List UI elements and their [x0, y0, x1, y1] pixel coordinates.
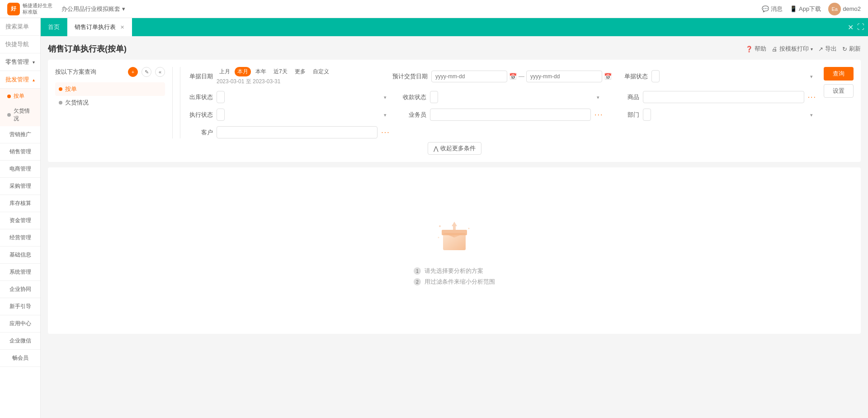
date-tab-this-year[interactable]: 本年 — [253, 67, 269, 76]
customer-label: 客户 — [188, 128, 213, 137]
goods-more-icon[interactable]: ··· — [808, 93, 816, 101]
chevron-down-icon: ▾ — [811, 47, 813, 52]
setting-button[interactable]: 设置 — [824, 84, 854, 98]
date-tab-custom[interactable]: 自定义 — [310, 67, 332, 76]
refresh-button[interactable]: ↻ 刷新 — [842, 45, 861, 53]
sidebar-item-wechat[interactable]: 企业微信 — [0, 332, 40, 350]
goods-input[interactable] — [643, 91, 804, 103]
out-stock-label: 出库状态 — [188, 93, 213, 101]
help-button[interactable]: ❓ 帮助 — [745, 45, 766, 53]
delivery-date-end[interactable] — [526, 71, 602, 82]
doc-date-controls: 上月 本月 本年 近7天 更多 自定义 2023-03-01 — [217, 67, 382, 86]
sidebar-sub-item-order[interactable]: 按单 — [0, 89, 40, 104]
doc-status-select[interactable] — [651, 70, 660, 82]
app-download-button[interactable]: 📱 App下载 — [790, 5, 821, 13]
collapse-panel-button[interactable]: « — [155, 67, 165, 77]
sidebar-item-inventory[interactable]: 库存核算 — [0, 195, 40, 212]
date-tab-this-month[interactable]: 本月 — [235, 67, 251, 76]
sidebar-item-purchase[interactable]: 采购管理 — [0, 178, 40, 195]
help-icon: ❓ — [745, 46, 753, 52]
collapse-button[interactable]: ⋀ 收起更多条件 — [428, 142, 481, 155]
svg-rect-1 — [442, 230, 467, 235]
salesperson-input[interactable] — [430, 109, 591, 121]
chevron-down-icon: ▾ — [122, 5, 125, 12]
sidebar-item-retail[interactable]: 零售管理 ▾ — [0, 53, 40, 71]
exec-status-select-wrapper — [217, 109, 390, 121]
sidebar-item-ecommerce[interactable]: 电商管理 — [0, 161, 40, 178]
empty-state-panel: 1 请先选择要分析的方案 2 用过滤条件来缩小分析范围 — [48, 167, 861, 334]
customer-more-icon[interactable]: ··· — [381, 128, 390, 137]
empty-illustration — [432, 213, 477, 258]
salesperson-more-icon[interactable]: ··· — [594, 111, 603, 119]
filter-doc-status: 单据状态 — [623, 67, 816, 86]
export-button[interactable]: ↗ 导出 — [818, 45, 837, 53]
receive-status-select-wrapper — [430, 91, 604, 103]
download-icon: 📱 — [790, 5, 797, 12]
sidebar-item-marketing[interactable]: 营销推广 — [0, 126, 40, 143]
tab-salesorder[interactable]: 销售订单执行表 ✕ — [67, 18, 132, 36]
logo-text: 畅捷通好生意 标准版 — [23, 3, 52, 14]
date-tab-more[interactable]: 更多 — [292, 67, 308, 76]
sidebar-sub-item-debt[interactable]: 欠货情况 — [0, 104, 40, 126]
doc-date-label: 单据日期 — [188, 72, 213, 81]
date-tab-7days[interactable]: 近7天 — [271, 67, 290, 76]
doc-status-label: 单据状态 — [623, 72, 648, 81]
query-button[interactable]: 查询 — [824, 67, 854, 81]
delivery-date-start[interactable] — [431, 71, 507, 82]
dept-label: 部门 — [614, 111, 639, 119]
tab-home[interactable]: 首页 — [41, 18, 67, 36]
page-actions: ❓ 帮助 🖨 按模板打印 ▾ ↗ 导出 ↻ 刷新 — [745, 45, 861, 53]
filter-receive-status: 收款状态 — [401, 91, 604, 103]
app-selector[interactable]: 办公用品行业模拟账套 ▾ — [61, 5, 125, 13]
sidebar-item-wholesale[interactable]: 批发管理 ▴ — [0, 71, 40, 89]
export-icon: ↗ — [818, 46, 823, 52]
sidebar-item-operations[interactable]: 经营管理 — [0, 229, 40, 247]
filter-goods: 商品 ··· — [614, 91, 816, 103]
plan-item-order[interactable]: 按单 — [55, 82, 165, 96]
print-icon: 🖨 — [772, 46, 778, 52]
search-menu[interactable]: 搜索菜单 — [0, 18, 40, 36]
maximize-button[interactable]: ⛶ — [857, 23, 864, 31]
close-tab-button[interactable]: ✕ — [848, 23, 854, 32]
user-menu[interactable]: Ea demo2 — [828, 3, 861, 15]
calendar-start-icon[interactable]: 📅 — [509, 73, 517, 80]
filter-out-stock: 出库状态 — [188, 91, 390, 103]
customer-input[interactable] — [217, 126, 377, 138]
receive-status-select[interactable] — [430, 91, 438, 103]
active-plan-dot — [59, 87, 62, 91]
plan-dot — [59, 101, 62, 104]
sidebar-item-basicinfo[interactable]: 基础信息 — [0, 247, 40, 264]
filter-row-2: 出库状态 收款状态 — [188, 91, 816, 103]
empty-steps: 1 请先选择要分析的方案 2 用过滤条件来缩小分析范围 — [414, 267, 495, 289]
filter-panel: 按以下方案查询 + ✎ « 按单 — [48, 60, 861, 162]
message-button[interactable]: 💬 消息 — [762, 5, 783, 13]
dept-select[interactable] — [643, 109, 651, 121]
page-content: 销售订单执行表(按单) ❓ 帮助 🖨 按模板打印 ▾ ↗ 导出 — [41, 36, 868, 418]
sidebar-item-sales[interactable]: 销售管理 — [0, 143, 40, 161]
filter-row-1: 单据日期 上月 本月 本年 近7天 更多 自定义 — [188, 67, 816, 86]
step-2-icon: 2 — [414, 278, 421, 285]
filter-salesperson: 业务员 ··· — [401, 109, 604, 121]
date-tab-last-month[interactable]: 上月 — [217, 67, 233, 76]
calendar-end-icon[interactable]: 📅 — [604, 73, 612, 80]
chevron-down-icon: ▾ — [33, 60, 35, 65]
sidebar-item-member[interactable]: 畅会员 — [0, 350, 40, 367]
sidebar-item-apps[interactable]: 应用中心 — [0, 315, 40, 332]
expected-delivery-label: 预计交货日期 — [392, 72, 428, 81]
sidebar-item-newbie[interactable]: 新手引导 — [0, 298, 40, 315]
sidebar-item-finance[interactable]: 资金管理 — [0, 212, 40, 229]
sidebar-item-corp[interactable]: 企业协同 — [0, 281, 40, 298]
out-stock-select[interactable] — [217, 91, 225, 103]
exec-status-select[interactable] — [217, 109, 225, 121]
dot-icon — [7, 113, 11, 117]
filter-expected-delivery: 预计交货日期 📅 — 📅 — [392, 67, 612, 86]
quick-nav[interactable]: 快捷导航 — [0, 36, 40, 53]
panel-content: 按以下方案查询 + ✎ « 按单 — [55, 67, 854, 138]
tab-close-icon[interactable]: ✕ — [120, 24, 124, 30]
edit-plan-button[interactable]: ✎ — [142, 67, 151, 77]
sidebar-item-system[interactable]: 系统管理 — [0, 264, 40, 281]
plan-item-debt[interactable]: 欠货情况 — [55, 96, 165, 109]
add-plan-button[interactable]: + — [128, 67, 138, 77]
print-button[interactable]: 🖨 按模板打印 ▾ — [772, 45, 813, 53]
goods-label: 商品 — [614, 93, 639, 101]
